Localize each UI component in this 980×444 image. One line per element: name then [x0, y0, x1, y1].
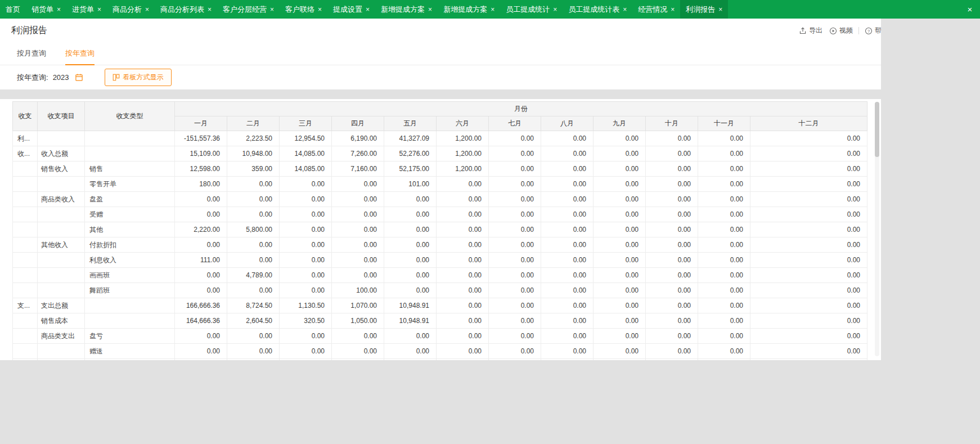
cell-value: 0.00: [437, 222, 489, 237]
cell-value: 1,200.00: [437, 146, 489, 162]
table-row[interactable]: 收...收入总额15,109.0010,948.0014,085.007,260…: [13, 146, 867, 162]
tab-item[interactable]: 进货单×: [66, 0, 107, 19]
tab-item[interactable]: 商品分析×: [107, 0, 155, 19]
table-row[interactable]: 其他0.00620.000.000.000.000.000.000.000.00…: [13, 359, 867, 361]
cell-type: 舞蹈班: [85, 283, 175, 298]
table-row[interactable]: 其他2,220.005,800.000.000.000.000.000.000.…: [13, 222, 867, 237]
tab-close-icon[interactable]: ×: [97, 6, 101, 13]
month-header: 七月: [489, 116, 541, 131]
cell-value: 0.00: [437, 283, 489, 298]
year-filter-value[interactable]: 2023: [53, 73, 69, 82]
svg-text:?: ?: [867, 28, 870, 33]
tab-item[interactable]: 新增提成方案×: [438, 0, 500, 19]
board-view-button[interactable]: 看板方式显示: [105, 69, 172, 86]
tab-close-icon[interactable]: ×: [57, 6, 61, 13]
cell-value: 10,948.91: [384, 298, 437, 313]
close-all-tabs-icon[interactable]: ×: [960, 0, 980, 19]
cell-value: 0.00: [646, 298, 698, 313]
cell-value: 0.00: [541, 253, 594, 268]
tab-item[interactable]: 员工提成统计表×: [563, 0, 632, 19]
table-panel: 收支 收支项目 收支类型 月份 一月二月三月四月五月六月七月八月九月十月十一月十…: [0, 99, 881, 360]
tab-item[interactable]: 商品分析列表×: [155, 0, 217, 19]
cell-value: 0.00: [750, 359, 867, 361]
table-row[interactable]: 支...支出总额166,666.368,724.501,130.501,070.…: [13, 298, 867, 313]
cell-type: [85, 146, 175, 162]
cell-value: 0.00: [437, 329, 489, 344]
subtab-monthly[interactable]: 按月查询: [17, 42, 46, 65]
cell-group: [13, 283, 38, 298]
cell-value: 0.00: [698, 253, 750, 268]
cell-type: 盘盈: [85, 192, 175, 207]
cell-item: 其他收入: [38, 237, 85, 253]
cell-value: 1,200.00: [437, 131, 489, 146]
cell-value: 2,604.50: [227, 313, 280, 329]
table-row[interactable]: 利...-151,557.362,223.5012,954.506,190.00…: [13, 131, 867, 146]
scrollbar-thumb[interactable]: [875, 102, 879, 157]
cell-value: 0.00: [698, 192, 750, 207]
tab-item[interactable]: 提成设置×: [327, 0, 375, 19]
tab-item[interactable]: 利润报告×: [680, 0, 728, 19]
tab-close-icon[interactable]: ×: [366, 6, 370, 13]
cell-value: 0.00: [227, 207, 280, 222]
cell-value: 0.00: [646, 237, 698, 253]
cell-value: 0.00: [227, 192, 280, 207]
table-row[interactable]: 商品类支出盘亏0.000.000.000.000.000.000.000.000…: [13, 329, 867, 344]
table-row[interactable]: 画画班0.004,789.000.000.000.000.000.000.000…: [13, 268, 867, 283]
help-button[interactable]: ? 帮助: [865, 26, 881, 35]
cell-item: 销售成本: [38, 313, 85, 329]
cell-value: 0.00: [646, 192, 698, 207]
col-header-type: 收支类型: [85, 102, 175, 131]
video-button[interactable]: 视频: [829, 26, 853, 35]
cell-value: 0.00: [594, 207, 646, 222]
table-row[interactable]: 其他收入付款折扣0.000.000.000.000.000.000.000.00…: [13, 237, 867, 253]
cell-value: 0.00: [489, 298, 541, 313]
tab-item[interactable]: 客户联络×: [280, 0, 327, 19]
tab-close-icon[interactable]: ×: [318, 6, 322, 13]
table-row[interactable]: 利息收入111.000.000.000.000.000.000.000.000.…: [13, 253, 867, 268]
table-row[interactable]: 受赠0.000.000.000.000.000.000.000.000.000.…: [13, 207, 867, 222]
tab-close-icon[interactable]: ×: [208, 6, 212, 13]
subtab-yearly[interactable]: 按年查询: [65, 42, 95, 65]
cell-value: 2,223.50: [227, 131, 280, 146]
cell-value: 0.00: [227, 177, 280, 192]
cell-value: 0.00: [646, 359, 698, 361]
cell-value: 0.00: [698, 313, 750, 329]
table-row[interactable]: 零售开单180.000.000.000.00101.000.000.000.00…: [13, 177, 867, 192]
tab-close-icon[interactable]: ×: [145, 6, 149, 13]
year-filter-label: 按年查询:: [17, 73, 48, 83]
cell-type: 盘亏: [85, 329, 175, 344]
cell-item: [38, 344, 85, 359]
tab-close-icon[interactable]: ×: [491, 6, 495, 13]
cell-value: 0.00: [437, 344, 489, 359]
tab-item[interactable]: 销货单×: [26, 0, 66, 19]
cell-value: 0.00: [698, 298, 750, 313]
table-row[interactable]: 销售成本164,666.362,604.50320.501,050.0010,9…: [13, 313, 867, 329]
table-row[interactable]: 商品类收入盘盈0.000.000.000.000.000.000.000.000…: [13, 192, 867, 207]
tab-close-icon[interactable]: ×: [270, 6, 274, 13]
tab-close-icon[interactable]: ×: [718, 6, 722, 13]
tab-close-icon[interactable]: ×: [553, 6, 557, 13]
tab-item[interactable]: 经营情况×: [632, 0, 680, 19]
tab-item[interactable]: 员工提成统计×: [500, 0, 563, 19]
tab-item[interactable]: 新增提成方案×: [375, 0, 438, 19]
cell-value: 0.00: [384, 222, 437, 237]
cell-value: 0.00: [437, 313, 489, 329]
export-button[interactable]: 导出: [799, 26, 822, 35]
tab-item[interactable]: 首页: [0, 0, 26, 19]
tab-label: 利润报告: [686, 5, 715, 15]
tab-close-icon[interactable]: ×: [428, 6, 432, 13]
vertical-scrollbar[interactable]: [875, 102, 879, 356]
cell-value: 0.00: [750, 313, 867, 329]
cell-value: 0.00: [541, 146, 594, 162]
table-row[interactable]: 销售收入销售12,598.00359.0014,085.007,160.0052…: [13, 162, 867, 177]
cell-value: 0.00: [489, 344, 541, 359]
tab-close-icon[interactable]: ×: [671, 6, 675, 13]
tab-close-icon[interactable]: ×: [623, 6, 627, 13]
tab-item[interactable]: 客户分层经营×: [217, 0, 280, 19]
report-subtabs: 按月查询 按年查询: [0, 42, 881, 65]
page-title: 利润报告: [11, 25, 47, 37]
table-row[interactable]: 舞蹈班0.000.000.00100.000.000.000.000.000.0…: [13, 283, 867, 298]
table-row[interactable]: 赠送0.000.000.000.000.000.000.000.000.000.…: [13, 344, 867, 359]
tab-label: 提成设置: [333, 5, 362, 15]
year-picker-trigger[interactable]: [75, 73, 83, 82]
